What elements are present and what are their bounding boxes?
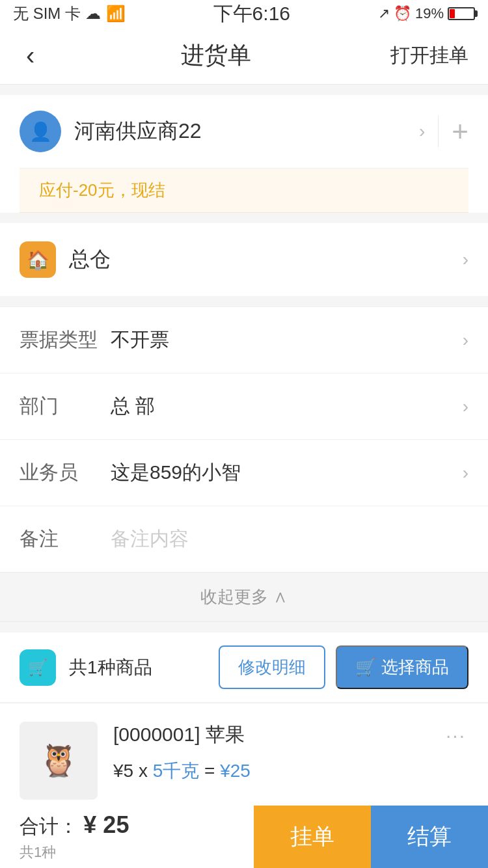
select-product-label: 选择商品 — [381, 656, 449, 679]
location-icon: ↗ — [378, 5, 390, 22]
product-item: 🦉 [0000001] 苹果 ¥5 x 5千克 = ¥25 ··· — [0, 703, 488, 818]
invoice-value: 不开票 — [111, 327, 463, 353]
back-button[interactable]: ‹ — [20, 34, 41, 77]
total-amount: ¥ 25 — [83, 811, 129, 838]
product-toolbar: 🛒 共1种商品 修改明细 🛒 选择商品 — [0, 632, 488, 703]
section-gap-2 — [0, 213, 488, 223]
product-name: [0000001] 苹果 — [113, 722, 427, 748]
battery-text: 19% — [415, 5, 444, 22]
section-gap-4 — [0, 622, 488, 632]
price-eq: = — [204, 761, 220, 781]
alarm-icon: ⏰ — [394, 5, 411, 22]
product-thumb-owl-icon: 🦉 — [39, 742, 78, 779]
status-bar: 无 SIM 卡 ☁ 📶 下午6:16 ↗ ⏰ 19% — [0, 0, 488, 27]
product-title: 苹果 — [206, 724, 245, 745]
price-qty: 5千克 — [153, 761, 200, 781]
bottom-bar: 合计： ¥ 25 共1种 挂单 结算 — [0, 806, 488, 868]
cart-icon: 🛒 — [28, 658, 47, 677]
pending-label: 挂单 — [290, 822, 334, 852]
status-right: ↗ ⏰ 19% — [378, 5, 475, 22]
add-supplier-button[interactable]: + — [452, 117, 468, 146]
salesperson-value: 这是859的小智 — [111, 459, 463, 486]
page-title: 进货单 — [181, 40, 251, 72]
status-time: 下午6:16 — [213, 1, 290, 27]
checkout-label: 结算 — [407, 822, 452, 852]
supplier-section: 👤 河南供应商22 › + 应付-20元，现结 — [0, 95, 488, 213]
remark-row[interactable]: 备注 备注内容 — [0, 506, 488, 572]
dept-value: 总 部 — [111, 393, 463, 420]
checkout-button[interactable]: 结算 — [371, 806, 488, 868]
open-pending-button[interactable]: 打开挂单 — [390, 42, 468, 69]
salesperson-label: 业务员 — [20, 459, 98, 486]
dept-label: 部门 — [20, 393, 98, 420]
product-more-button[interactable]: ··· — [443, 722, 468, 749]
product-code: [0000001] — [113, 724, 200, 745]
select-product-button[interactable]: 🛒 选择商品 — [336, 645, 468, 689]
collapse-label: 收起更多 ∧ — [200, 587, 287, 606]
status-left: 无 SIM 卡 ☁ 📶 — [13, 3, 126, 24]
price-total: ¥25 — [220, 761, 251, 781]
dept-chevron-icon: › — [463, 396, 468, 417]
invoice-chevron-icon: › — [463, 330, 468, 351]
supplier-avatar: 👤 — [20, 111, 61, 152]
dept-row[interactable]: 部门 总 部 › — [0, 373, 488, 439]
supplier-chevron-icon: › — [419, 121, 425, 142]
invoice-row[interactable]: 票据类型 不开票 › — [0, 306, 488, 373]
warehouse-chevron-icon: › — [463, 249, 468, 270]
remark-label: 备注 — [20, 526, 98, 552]
section-gap-1 — [0, 85, 488, 95]
vertical-divider — [438, 116, 439, 147]
edit-detail-button[interactable]: 修改明细 — [219, 645, 325, 689]
product-info: [0000001] 苹果 ¥5 x 5千克 = ¥25 — [113, 722, 427, 783]
battery-icon — [448, 7, 475, 20]
warehouse-name: 总仓 — [69, 245, 463, 274]
supplier-name: 河南供应商22 — [74, 117, 419, 146]
wifi-icon: 📶 — [106, 5, 126, 23]
user-icon: 👤 — [29, 121, 52, 142]
price-x: x — [139, 761, 153, 781]
total-label: 合计： — [20, 815, 78, 837]
notice-bar: 应付-20元，现结 — [20, 169, 468, 213]
select-product-icon: 🛒 — [355, 657, 376, 677]
invoice-label: 票据类型 — [20, 327, 98, 353]
total-count: 共1种 — [20, 843, 234, 862]
warehouse-icon: 🏠 — [20, 241, 56, 278]
product-thumbnail: 🦉 — [20, 722, 98, 800]
pending-button[interactable]: 挂单 — [254, 806, 371, 868]
section-gap-3 — [0, 296, 488, 306]
salesperson-chevron-icon: › — [463, 463, 468, 483]
nav-bar: ‹ 进货单 打开挂单 — [0, 27, 488, 85]
price-unit: ¥5 — [113, 761, 133, 781]
dots-icon: ··· — [446, 724, 466, 746]
total-section: 合计： ¥ 25 共1种 — [0, 806, 254, 868]
form-section: 票据类型 不开票 › 部门 总 部 › 业务员 这是859的小智 › 备注 备注… — [0, 306, 488, 572]
supplier-row: 👤 河南供应商22 › + — [20, 95, 468, 169]
collapse-bar[interactable]: 收起更多 ∧ — [0, 572, 488, 622]
warehouse-section[interactable]: 🏠 总仓 › — [0, 223, 488, 296]
total-main: 合计： ¥ 25 — [20, 811, 234, 840]
product-price: ¥5 x 5千克 = ¥25 — [113, 759, 427, 783]
remark-input[interactable]: 备注内容 — [111, 526, 468, 552]
sim-text: 无 SIM 卡 ☁ — [13, 3, 101, 24]
notice-text: 应付-20元，现结 — [39, 180, 165, 200]
product-count-text: 共1种商品 — [69, 655, 219, 680]
salesperson-row[interactable]: 业务员 这是859的小智 › — [0, 439, 488, 506]
product-count-icon: 🛒 — [20, 649, 56, 686]
